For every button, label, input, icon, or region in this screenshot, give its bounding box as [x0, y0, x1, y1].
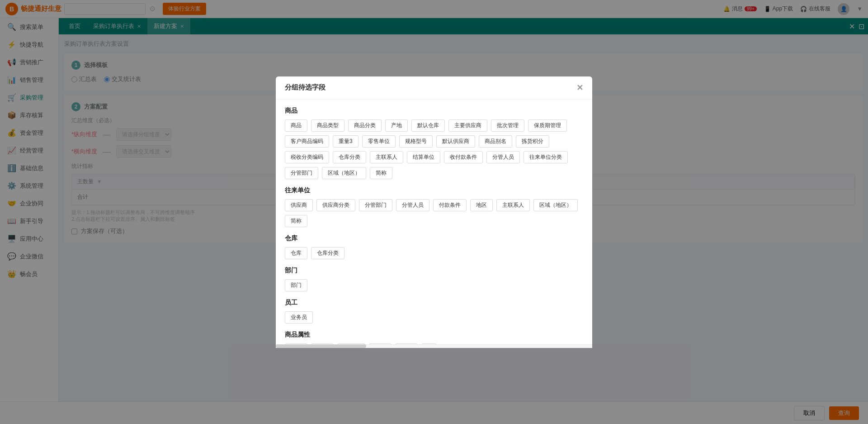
field-region-partner[interactable]: 区域（地区） [533, 199, 578, 211]
field-default-supplier[interactable]: 默认供应商 [436, 135, 475, 148]
field-grid-partner: 供应商 供应商分类 分管部门 分管人员 付款条件 地区 主联系人 区域（地区） … [285, 199, 583, 227]
field-partner-category[interactable]: 往来单位分类 [524, 151, 568, 163]
modal-title: 分组待选字段 [285, 83, 326, 92]
modal-close-button[interactable]: ✕ [576, 83, 583, 93]
field-goods[interactable]: 商品 [285, 119, 307, 132]
field-partner-staff[interactable]: 分管人员 [396, 199, 429, 211]
field-dept-managed[interactable]: 分管部门 [285, 167, 318, 179]
section-title-staff: 员工 [285, 299, 583, 307]
field-salesperson[interactable]: 业务员 [285, 311, 313, 324]
field-supplier-category[interactable]: 供应商分类 [316, 199, 355, 211]
field-customer-code[interactable]: 客户商品编码 [285, 135, 329, 148]
modal-scrollbar-horizontal[interactable] [276, 344, 592, 348]
field-expiry-mgmt[interactable]: 保质期管理 [528, 119, 567, 132]
field-warehouse[interactable]: 仓库 [285, 247, 307, 259]
field-grid-warehouse: 仓库 仓库分类 [285, 247, 583, 259]
field-primary-contact[interactable]: 主联系人 [370, 151, 403, 163]
field-region-goods[interactable]: 区域（地区） [322, 167, 366, 179]
field-supervisor[interactable]: 分管人员 [486, 151, 520, 163]
scrollbar-thumb[interactable] [276, 344, 366, 348]
field-grid-goods: 商品 商品类型 商品分类 产地 默认仓库 主要供应商 批次管理 保质期管理 客户… [285, 119, 583, 179]
section-title-goods: 商品 [285, 107, 583, 115]
field-payment-terms[interactable]: 收付款条件 [444, 151, 483, 163]
section-title-partner: 往来单位 [285, 186, 583, 195]
field-warehouse-category[interactable]: 仓库分类 [333, 151, 366, 163]
field-goods-type[interactable]: 商品类型 [311, 119, 344, 132]
field-supplier[interactable]: 供应商 [285, 199, 313, 211]
field-partner-dept[interactable]: 分管部门 [359, 199, 392, 211]
section-title-attrs: 商品属性 [285, 331, 583, 339]
field-grid-staff: 业务员 [285, 311, 583, 324]
field-short-name-partner[interactable]: 简称 [285, 215, 307, 227]
field-main-supplier[interactable]: 主要供应商 [448, 119, 487, 132]
field-spec-model[interactable]: 规格型号 [399, 135, 433, 148]
field-warehouse-cat[interactable]: 仓库分类 [311, 247, 344, 259]
field-batch-mgmt[interactable]: 批次管理 [491, 119, 524, 132]
field-origin[interactable]: 产地 [385, 119, 408, 132]
field-goods-alias[interactable]: 商品别名 [479, 135, 512, 148]
field-dept[interactable]: 部门 [285, 279, 307, 291]
field-weight3[interactable]: 重量3 [333, 135, 359, 148]
modal-overlay: 分组待选字段 ✕ 商品 商品 商品类型 商品分类 产地 默认仓库 主要供应商 批… [0, 0, 868, 424]
modal-header: 分组待选字段 ✕ [276, 76, 592, 100]
field-pick-points[interactable]: 拣货积分 [516, 135, 549, 148]
section-title-warehouse: 仓库 [285, 234, 583, 243]
field-short-name-goods[interactable]: 简称 [370, 167, 392, 179]
field-select-modal: 分组待选字段 ✕ 商品 商品 商品类型 商品分类 产地 默认仓库 主要供应商 批… [276, 76, 592, 348]
field-settlement-unit[interactable]: 结算单位 [407, 151, 440, 163]
section-title-dept: 部门 [285, 267, 583, 275]
field-default-warehouse[interactable]: 默认仓库 [411, 119, 445, 132]
field-payment-condition[interactable]: 付款条件 [433, 199, 467, 211]
modal-body[interactable]: 商品 商品 商品类型 商品分类 产地 默认仓库 主要供应商 批次管理 保质期管理… [276, 100, 592, 345]
field-retail-unit[interactable]: 零售单位 [362, 135, 396, 148]
field-tax-code[interactable]: 税收分类编码 [285, 151, 329, 163]
field-goods-category[interactable]: 商品分类 [348, 119, 382, 132]
field-grid-dept: 部门 [285, 279, 583, 291]
field-main-contact-partner[interactable]: 主联系人 [496, 199, 530, 211]
field-area[interactable]: 地区 [470, 199, 493, 211]
